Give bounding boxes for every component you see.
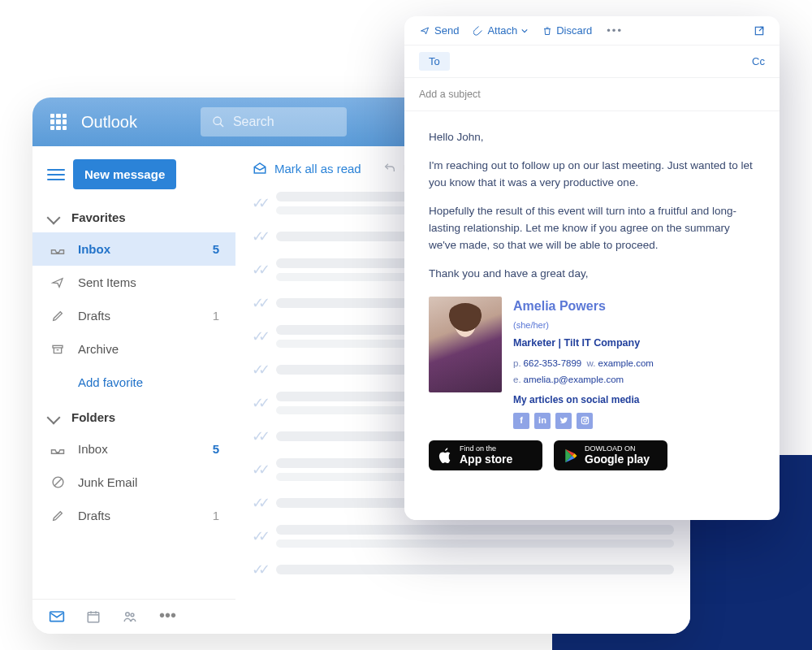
chevron-down-icon xyxy=(521,28,528,33)
subject-row xyxy=(404,78,780,111)
mail-icon[interactable] xyxy=(49,609,65,622)
checkmarks-icon: ✓✓ xyxy=(252,427,265,445)
store-badges: Find on the App store DOWLOAD ON Google … xyxy=(429,440,760,470)
body-paragraph: Hello John, xyxy=(429,129,760,146)
chevron-down-icon xyxy=(47,210,61,224)
app-store-badge[interactable]: Find on the App store xyxy=(429,440,542,470)
google-play-badge[interactable]: DOWLOAD ON Google play xyxy=(554,440,667,470)
checkmarks-icon: ✓✓ xyxy=(252,194,265,212)
svg-point-11 xyxy=(126,613,130,617)
body-paragraph: Hopefully the result of this event will … xyxy=(429,203,760,254)
new-message-button[interactable]: New message xyxy=(73,159,176,189)
hamburger-icon[interactable] xyxy=(47,169,65,180)
sidebar-item-folders-inbox[interactable]: Inbox 5 xyxy=(32,432,235,466)
inbox-icon xyxy=(49,444,67,455)
body-paragraph: I'm reaching out to follow up on our las… xyxy=(429,158,760,192)
apple-icon xyxy=(438,447,453,465)
signature-info: Amelia Powers (she/her) Marketer | Tilt … xyxy=(513,297,654,428)
calendar-icon[interactable] xyxy=(86,609,101,624)
sidebar-item-folders-drafts[interactable]: Drafts 1 xyxy=(32,499,235,532)
mark-all-read-button[interactable]: Mark all as read xyxy=(252,161,361,176)
svg-rect-2 xyxy=(53,345,63,348)
instagram-icon[interactable] xyxy=(577,413,593,429)
send-button[interactable]: Send xyxy=(419,24,459,37)
body-paragraph: Thank you and have a great day, xyxy=(429,266,760,283)
sidebar-item-inbox[interactable]: Inbox 5 xyxy=(32,232,235,266)
more-icon[interactable]: ••• xyxy=(607,24,623,37)
checkmarks-icon: ✓✓ xyxy=(252,327,265,345)
checkmarks-icon: ✓✓ xyxy=(252,561,265,578)
pencil-icon xyxy=(49,310,67,323)
folders-header[interactable]: Folders xyxy=(32,399,235,432)
store-main: Google play xyxy=(585,453,650,466)
svg-point-17 xyxy=(586,418,587,419)
signature-articles: My articles on social media xyxy=(513,392,654,408)
checkmarks-icon: ✓✓ xyxy=(252,494,265,512)
svg-line-5 xyxy=(54,479,62,486)
compose-body[interactable]: Hello John, I'm reaching out to follow u… xyxy=(404,111,780,520)
discard-button[interactable]: Discard xyxy=(542,24,592,37)
send-icon xyxy=(49,276,67,289)
to-button[interactable]: To xyxy=(419,52,450,71)
app-launcher-icon[interactable] xyxy=(50,114,67,130)
search-icon xyxy=(212,115,225,128)
signature-photo xyxy=(429,297,502,392)
sidebar-item-junk[interactable]: Junk Email xyxy=(32,466,235,499)
pencil-icon xyxy=(49,509,67,522)
search-input[interactable] xyxy=(233,115,330,129)
twitter-icon[interactable] xyxy=(555,413,572,429)
favorites-label: Favorites xyxy=(71,210,126,224)
checkmarks-icon: ✓✓ xyxy=(252,461,265,479)
nav-label: Inbox xyxy=(78,242,201,256)
checkmarks-icon: ✓✓ xyxy=(252,228,265,245)
bottom-nav: ••• xyxy=(32,599,235,634)
svg-line-14 xyxy=(759,27,763,31)
trash-icon xyxy=(542,25,552,37)
block-icon xyxy=(49,475,67,489)
mark-all-label: Mark all as read xyxy=(274,162,361,176)
play-icon xyxy=(564,448,578,464)
checkmarks-icon: ✓✓ xyxy=(252,527,265,545)
paperclip-icon xyxy=(473,25,483,37)
add-favorite-label: Add favorite xyxy=(78,375,219,389)
signature-role: Marketer | Tilt IT Company xyxy=(513,336,654,351)
attach-label: Attach xyxy=(487,24,517,37)
compose-window: Send Attach Discard ••• To Cc Hello John… xyxy=(404,16,780,520)
list-item[interactable]: ✓✓ xyxy=(252,561,674,578)
linkedin-icon[interactable]: in xyxy=(534,413,551,429)
checkmarks-icon: ✓✓ xyxy=(252,394,265,412)
sidebar-item-sent[interactable]: Sent Items xyxy=(32,266,235,299)
popout-icon[interactable] xyxy=(754,25,765,37)
subject-input[interactable] xyxy=(419,89,765,100)
social-row: f in xyxy=(513,413,654,429)
nav-label: Drafts xyxy=(78,309,201,323)
signature-email: e.amelia.p@example.com xyxy=(513,373,654,388)
search-box[interactable] xyxy=(201,107,347,136)
svg-point-16 xyxy=(583,419,586,422)
svg-rect-7 xyxy=(88,613,99,622)
sidebar-item-drafts[interactable]: Drafts 1 xyxy=(32,299,235,332)
sidebar-item-archive[interactable]: Archive xyxy=(32,332,235,366)
inbox-icon xyxy=(49,244,67,255)
people-icon[interactable] xyxy=(122,609,138,624)
more-icon[interactable]: ••• xyxy=(159,609,176,624)
signature-name: Amelia Powers xyxy=(513,297,654,317)
nav-label: Inbox xyxy=(78,442,201,456)
nav-badge: 5 xyxy=(213,242,219,256)
send-icon xyxy=(419,26,430,36)
facebook-icon[interactable]: f xyxy=(513,413,529,429)
favorites-header[interactable]: Favorites xyxy=(32,199,235,232)
signature-phone: p.662-353-7899 w.example.com xyxy=(513,357,654,371)
list-item[interactable]: ✓✓ xyxy=(252,525,674,548)
attach-button[interactable]: Attach xyxy=(473,24,528,37)
checkmarks-icon: ✓✓ xyxy=(252,261,265,279)
cc-button[interactable]: Cc xyxy=(752,55,765,67)
compose-toolbar: Send Attach Discard ••• xyxy=(404,16,780,46)
checkmarks-icon: ✓✓ xyxy=(252,294,265,312)
sidebar: New message Favorites Inbox 5 Sent Items xyxy=(32,146,235,634)
nav-label: Archive xyxy=(78,342,219,356)
archive-icon xyxy=(49,343,67,356)
add-favorite-link[interactable]: • Add favorite xyxy=(32,366,235,399)
nav-badge: 1 xyxy=(213,309,219,323)
store-main: App store xyxy=(460,453,512,466)
